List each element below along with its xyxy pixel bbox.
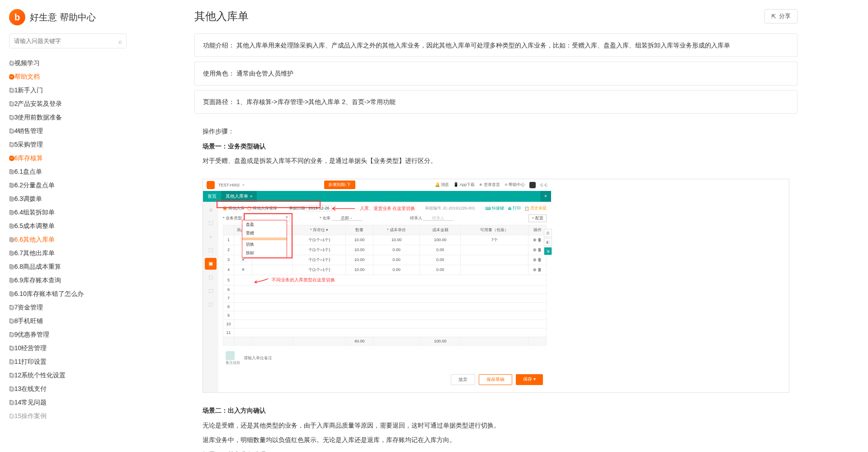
nav-inventory[interactable]: 2.6库存核算 — [9, 152, 127, 165]
sc-config-btn: + 配置 — [528, 214, 547, 222]
nav-coupon[interactable]: 2.9优惠券管理 — [9, 328, 127, 342]
sc-save-button: 保存 ▾ — [516, 374, 543, 385]
nav-business[interactable]: 2.10经营管理 — [9, 342, 127, 355]
scene2-title: 场景二：出入方向确认 — [203, 404, 789, 417]
nav-assembly[interactable]: 2.6.4组装拆卸单 — [9, 206, 127, 219]
nav-purchase-mgmt[interactable]: 2.5采购管理 — [9, 138, 127, 152]
share-button[interactable]: ⇱ 分享 — [764, 9, 797, 24]
role-label: 使用角色： — [203, 70, 235, 77]
nav-data-prep[interactable]: 2.3使用前数据准备 — [9, 111, 127, 124]
content-block-2: 场景二：出入方向确认 无论是受赠，还是其他类型的业务，由于入库商品质量等原因，需… — [194, 397, 797, 452]
nav-video-learning[interactable]: 1.视频学习 — [9, 57, 127, 70]
intro-label: 功能介绍： — [203, 42, 235, 49]
nav-partial-stocktake[interactable]: 2.6.2分量盘点单 — [9, 179, 127, 192]
nav-sales-mgmt[interactable]: 2.4销售管理 — [9, 124, 127, 138]
sc-topright: 🔔 消息 📱 App下载 ⊕ 登录首页 ⊙ 帮助中心 C C — [435, 182, 547, 188]
sc-shortcut-link: ⌨ 快捷键 — [485, 205, 504, 211]
scene3-title: 场景三：其它业务处理 — [203, 449, 789, 452]
main-header: 其他入库单 ⇱ 分享 — [194, 9, 797, 24]
sc-tabs-close-icon: × — [540, 191, 551, 202]
nav-cost-recalc[interactable]: 2.6.8商品成本重算 — [9, 260, 127, 274]
sc-login-link: ⊕ 登录首页 — [479, 182, 500, 188]
sc-biztype-dropdown: 盘盈 受赠 切换 拆卸 — [242, 220, 287, 258]
scene2-text1: 无论是受赠，还是其他类型的业务，由于入库商品质量等原因，需要退回，这时可通过单据… — [203, 419, 789, 432]
close-icon: × — [250, 194, 252, 199]
nav-transfer[interactable]: 2.6.3调拨单 — [9, 192, 127, 206]
nav-online-pay[interactable]: 2.13在线支付 — [9, 382, 127, 396]
sc-remark-input — [244, 356, 544, 360]
sc-draft-button: 保存草稿 — [479, 374, 512, 385]
role-box: 使用角色： 通常由仓管人员维护 — [194, 62, 797, 85]
nav-cost-adjust[interactable]: 2.6.5成本调整单 — [9, 219, 127, 233]
sc-highlight-box-1 — [217, 200, 321, 208]
sc-annotation-1: 入库、退货业务 在这里切换 — [360, 205, 415, 212]
intro-box: 功能介绍： 其他入库单用来处理除采购入库、产成品入库之外的其他入库业务，因此其他… — [194, 33, 797, 57]
nav-cases[interactable]: 2.15操作案例 — [9, 409, 127, 423]
sc-account: TEST-H002 — [218, 183, 240, 187]
sc-username: C C — [540, 183, 547, 187]
search-icon[interactable]: ⌕ — [118, 38, 122, 45]
embedded-screenshot: TEST-H002 ▾ 距离到期↓下 🔔 消息 📱 App下载 ⊕ 登录首页 ⊙… — [203, 179, 789, 393]
nav-help-docs[interactable]: 2.帮助文档 — [9, 70, 127, 84]
sc-nav-report-icon: ⬚ — [205, 285, 217, 297]
sc-nav-cart-icon: ⬚ — [205, 217, 217, 229]
role-text: 通常由仓管人员维护 — [236, 70, 293, 77]
sc-nav-more-icon: ⬚ — [205, 299, 217, 310]
nav-stocktake[interactable]: 2.6.1盘点单 — [9, 165, 127, 179]
sidebar-header: b 好生意 帮助中心 — [9, 9, 127, 25]
page-title: 其他入库单 — [194, 9, 249, 24]
nav-funds[interactable]: 2.7资金管理 — [9, 301, 127, 314]
scene1-text: 对于受赠、盘盈或是拆装入库等不同的业务，是通过单据头【业务类型】进行区分。 — [203, 155, 789, 167]
search-input[interactable] — [9, 33, 127, 48]
content-block: 操作步骤： 场景一：业务类型确认 对于受赠、盘盈或是拆装入库等不同的业务，是通过… — [194, 118, 797, 174]
sc-nav-lock-icon: ⬚ — [205, 271, 217, 283]
sc-nav-home-icon: ⌂ — [205, 204, 217, 215]
sc-logo-icon — [207, 181, 215, 189]
sc-nav-pkg-icon: ⬚ — [205, 244, 217, 256]
sc-expire-notice: 距离到期↓下 — [324, 181, 356, 189]
nav-print[interactable]: 2.11打印设置 — [9, 355, 127, 369]
nav-system-config[interactable]: 2.12系统个性化设置 — [9, 369, 127, 382]
nav-other-outbound[interactable]: 2.6.7其他出库单 — [9, 247, 127, 260]
sc-tool-icon-2: ◐ — [544, 238, 552, 246]
nav-faq[interactable]: 2.14常见问题 — [9, 396, 127, 409]
path-label: 页面路径： — [203, 98, 235, 105]
main-content: 其他入库单 ⇱ 分享 功能介绍： 其他入库单用来处理除采购入库、产成品入库之外的… — [136, 0, 843, 452]
sc-avatar-icon — [529, 182, 536, 188]
sc-footer: 放弃 保存草稿 保存 ▾ — [223, 371, 547, 389]
intro-text: 其他入库单用来处理除采购入库、产成品入库之外的其他入库业务，因此其他入库单可处理… — [236, 42, 730, 49]
search-wrap: ⌕ — [9, 33, 127, 48]
share-icon: ⇱ — [771, 13, 776, 20]
sc-tool-icon-3: ⇲ — [544, 247, 552, 255]
share-label: 分享 — [779, 12, 791, 20]
nav-ledger-query[interactable]: 2.6.9库存账本查询 — [9, 274, 127, 287]
scene1-title: 场景一：业务类型确认 — [203, 140, 789, 152]
nav-getting-started[interactable]: 2.1新手入门 — [9, 84, 127, 97]
sidebar: b 好生意 帮助中心 ⌕ 1.视频学习 2.帮助文档 2.1新手入门 2.2产品… — [0, 0, 136, 452]
nav-other-inbound[interactable]: 2.6.6其他入库单 — [9, 233, 127, 247]
sc-nav-box-icon: ▫ — [205, 231, 217, 243]
sc-history-link: 📋 历史单据 — [524, 205, 547, 211]
sc-remark-icon — [226, 351, 235, 360]
sc-tool-icon-1: ⊞ — [544, 229, 552, 237]
sc-remark: 备注信息 — [223, 348, 547, 368]
nav-ledger-fix[interactable]: 2.6.10库存账本错了怎么办 — [9, 287, 127, 301]
sc-form: 其他入库 其他入库退库 单据日期 2019-12-26 入库、退货业务 在这里切… — [218, 202, 551, 392]
table-row: 4✕个(1个=1个)10.000.000.00⊕ 🗑 — [223, 265, 547, 275]
logo-icon: b — [9, 9, 25, 25]
sc-leftnav: ⌂ ⬚ ▫ ⬚ ▣ ⬚ ⬚ ⬚ — [203, 202, 218, 392]
sc-app-link: 📱 App下载 — [453, 182, 475, 188]
nav-install-login[interactable]: 2.2产品安装及登录 — [9, 97, 127, 111]
sc-topbar: TEST-H002 ▾ 距离到期↓下 🔔 消息 📱 App下载 ⊕ 登录首页 ⊙… — [203, 179, 551, 191]
nav-tree: 1.视频学习 2.帮助文档 2.1新手入门 2.2产品安装及登录 2.3使用前数… — [9, 57, 127, 423]
site-title: 好生意 帮助中心 — [30, 11, 96, 24]
sc-msg-icon: 🔔 消息 — [435, 182, 449, 188]
sc-nav-doc-icon: ▣ — [205, 258, 217, 270]
steps-label: 操作步骤： — [203, 125, 789, 138]
sc-print-link: 🖶 打印 — [508, 205, 521, 211]
sc-help-link: ⊙ 帮助中心 — [505, 182, 525, 188]
path-text: 1、库存核算->库存管理->其他入库单 2、首页->常用功能 — [236, 98, 396, 105]
sc-annotation-2: 不同业务的入库类型在这里切换 — [272, 277, 335, 282]
nav-mobile-shop[interactable]: 2.8手机旺铺 — [9, 314, 127, 328]
path-box: 页面路径： 1、库存核算->库存管理->其他入库单 2、首页->常用功能 — [194, 90, 797, 114]
